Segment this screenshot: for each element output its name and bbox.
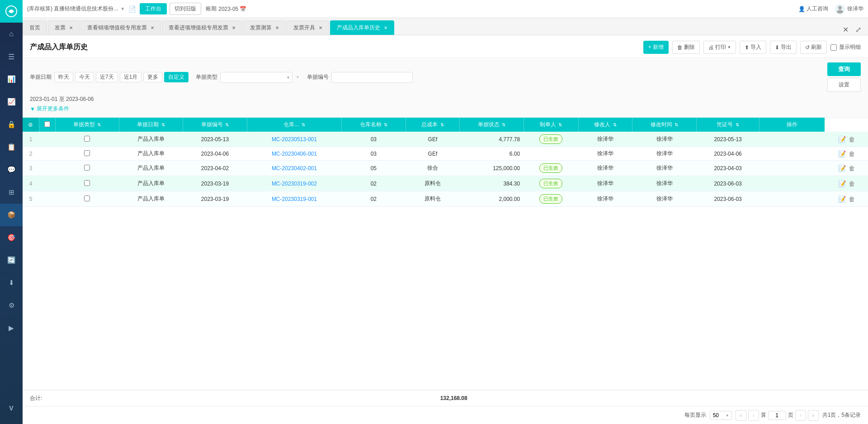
col-voucher[interactable]: 凭证号 ⇅ <box>696 118 760 132</box>
last-page-button[interactable]: » <box>808 410 819 421</box>
more-button[interactable]: 更多 <box>143 72 162 82</box>
row-delete-icon[interactable]: 🗑 <box>849 165 855 172</box>
tab-invoice-issue[interactable]: 发票开具 ✕ <box>287 20 329 35</box>
row-number-link[interactable]: MC-20230406-001 <box>272 151 317 157</box>
tab-sales-vat-close-icon[interactable]: ✕ <box>151 26 154 30</box>
row-settings-icon[interactable] <box>39 132 55 147</box>
row-delete-icon[interactable]: 🗑 <box>849 195 855 203</box>
yesterday-button[interactable]: 昨天 <box>54 72 73 82</box>
prev-page-button[interactable]: ‹ <box>748 410 759 421</box>
col-total-cost[interactable]: 总成本 ⇅ <box>406 118 460 132</box>
row-number-link[interactable]: MC-20230319-002 <box>272 181 317 187</box>
export-button[interactable]: ⬇ 导出 <box>770 41 797 54</box>
query-button[interactable]: 查询 <box>827 62 861 76</box>
tab-expand-button[interactable]: ⤢ <box>853 24 863 35</box>
print-button[interactable]: 🖨 打印 ▼ <box>703 41 736 54</box>
expand-conditions-button[interactable]: ▼ 展开更多条件 <box>30 105 69 113</box>
user-menu[interactable]: 徐泽华 <box>835 4 863 14</box>
col-number[interactable]: 单据编号 ⇅ <box>183 118 247 132</box>
row-settings-icon[interactable] <box>39 176 55 191</box>
tab-invoice[interactable]: 发票 ✕ <box>48 20 80 35</box>
col-creator[interactable]: 制单人 ⇅ <box>524 118 578 132</box>
row-delete-icon[interactable]: 🗑 <box>849 150 855 157</box>
display-toggle-checkbox[interactable] <box>830 44 837 51</box>
sidebar-item-modules[interactable]: ⊞ <box>0 181 23 204</box>
row-settings-icon[interactable] <box>39 147 55 161</box>
col-modify-time[interactable]: 修改时间 ⇅ <box>632 118 696 132</box>
sidebar-item-docs[interactable]: 📋 <box>0 136 23 158</box>
row-edit-icon[interactable]: 📝 <box>838 136 846 143</box>
tab-product-inbound-close-icon[interactable]: ✕ <box>384 26 387 30</box>
row-checkbox[interactable] <box>84 180 90 186</box>
select-all-checkbox[interactable] <box>44 121 50 127</box>
filter-setting-button[interactable]: 设置 <box>827 78 861 92</box>
col-checkbox[interactable] <box>39 118 55 132</box>
row-number-link[interactable]: MC-20230319-001 <box>272 196 317 202</box>
period-calendar-icon[interactable]: 📅 <box>240 6 246 12</box>
sidebar-item-analytics[interactable]: 📈 <box>0 91 23 113</box>
row-checkbox[interactable] <box>84 136 90 142</box>
col-type[interactable]: 单据类型 ⇅ <box>55 118 119 132</box>
tab-invoice-calc-close-icon[interactable]: ✕ <box>275 26 279 30</box>
row-checkbox[interactable] <box>84 195 90 201</box>
table-header-row: ⚙ 单据类型 ⇅ 单据日期 ⇅ 单据编号 <box>23 118 868 132</box>
sidebar-item-messages[interactable]: 💬 <box>0 158 23 181</box>
col-date[interactable]: 单据日期 ⇅ <box>119 118 183 132</box>
custom-button[interactable]: 自定义 <box>164 72 189 82</box>
filter-type-select[interactable] <box>220 72 292 83</box>
help-button[interactable]: 👤 人工咨询 <box>798 5 828 13</box>
import-button[interactable]: ⬆ 导入 <box>740 41 766 54</box>
month-button[interactable]: 近1月 <box>120 72 142 82</box>
sidebar-item-download[interactable]: ⬇ <box>0 272 23 294</box>
col-settings[interactable]: ⚙ <box>23 118 39 132</box>
row-edit-icon[interactable]: 📝 <box>838 150 846 157</box>
row-delete-icon[interactable]: 🗑 <box>849 136 855 143</box>
col-status[interactable]: 单据状态 ⇅ <box>460 118 524 132</box>
delete-button[interactable]: 🗑 删除 <box>672 41 700 54</box>
sidebar-item-inventory[interactable]: 📦 <box>0 204 23 226</box>
row-edit-icon[interactable]: 📝 <box>838 195 846 203</box>
row-number-link[interactable]: MC-20230402-001 <box>272 165 317 172</box>
sidebar-item-home[interactable]: ⌂ <box>0 23 23 45</box>
row-checkbox[interactable] <box>84 150 90 156</box>
first-page-button[interactable]: « <box>736 410 746 421</box>
pagination-size-select[interactable]: 10 20 50 100 <box>710 411 732 420</box>
tab-invoice-close-icon[interactable]: ✕ <box>69 26 73 30</box>
row-edit-icon[interactable]: 📝 <box>838 180 846 187</box>
sidebar-item-version[interactable]: V <box>0 397 23 419</box>
tab-close-button[interactable]: ✕ <box>840 24 851 35</box>
tab-purchase-vat[interactable]: 查看进项增值税专用发票 ✕ <box>162 20 242 35</box>
week-button[interactable]: 近7天 <box>96 72 118 82</box>
next-page-button[interactable]: › <box>795 410 806 421</box>
tab-invoice-issue-close-icon[interactable]: ✕ <box>319 26 322 30</box>
sidebar-item-sync[interactable]: 🔄 <box>0 249 23 272</box>
sidebar-item-report[interactable]: 📊 <box>0 68 23 91</box>
row-number-link[interactable]: MC-20230513-001 <box>272 136 317 143</box>
tab-purchase-vat-close-icon[interactable]: ✕ <box>232 26 236 30</box>
col-warehouse-name[interactable]: 仓库名称 ⇅ <box>342 118 406 132</box>
row-settings-icon[interactable] <box>39 161 55 176</box>
col-modifier[interactable]: 修改人 ⇅ <box>578 118 632 132</box>
filter-number-input[interactable] <box>331 72 413 83</box>
page-number-input[interactable] <box>768 411 786 420</box>
sidebar-item-settings[interactable]: ⚙ <box>0 294 23 317</box>
tab-sales-vat[interactable]: 查看销项增值税专用发票 ✕ <box>80 20 161 35</box>
col-warehouse-code[interactable]: 仓库... ⇅ <box>247 118 342 132</box>
row-settings-icon[interactable] <box>39 191 55 207</box>
tab-home[interactable]: 首页 <box>23 20 47 35</box>
row-edit-icon[interactable]: 📝 <box>838 165 846 172</box>
new-button[interactable]: + 新增 <box>643 41 669 54</box>
refresh-button[interactable]: ↺ 刷新 <box>800 41 827 54</box>
sidebar-item-play[interactable]: ▶ <box>0 317 23 339</box>
document-icon[interactable]: 📄 <box>128 5 136 13</box>
row-checkbox[interactable] <box>84 165 90 171</box>
tab-invoice-calc[interactable]: 发票测算 ✕ <box>243 20 286 35</box>
switch-version-button[interactable]: 切到旧版 <box>170 3 201 15</box>
today-button[interactable]: 今天 <box>75 72 94 82</box>
workbench-button[interactable]: 工作台 <box>140 3 167 14</box>
sidebar-item-targets[interactable]: 🎯 <box>0 226 23 249</box>
tab-product-inbound[interactable]: 产成品入库单历史 ✕ <box>330 20 394 35</box>
row-delete-icon[interactable]: 🗑 <box>849 180 855 187</box>
sidebar-item-menu[interactable]: ☰ <box>0 45 23 68</box>
sidebar-item-security[interactable]: 🔒 <box>0 113 23 136</box>
